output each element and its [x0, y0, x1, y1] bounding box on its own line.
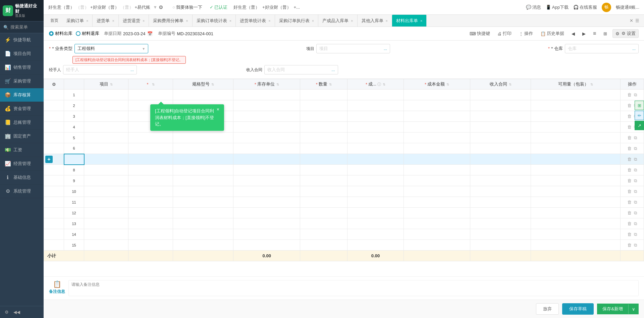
- tab-purchase-order[interactable]: 采购订单 ×: [62, 15, 93, 27]
- save-draft-btn[interactable]: 保存草稿: [562, 303, 594, 315]
- sidebar-item-sales[interactable]: 📊 销售管理: [0, 61, 44, 74]
- income-contract-input[interactable]: 收入合同 ...: [264, 65, 338, 74]
- sidebar-item-inventory[interactable]: 📦 库存核算: [0, 88, 44, 102]
- delete-icon[interactable]: 🗑: [627, 103, 632, 108]
- sidebar-item-assets[interactable]: 🏢 固定资产: [0, 129, 44, 143]
- app-download-btn[interactable]: 📱 App下载: [546, 4, 569, 10]
- cell-income-contract[interactable]: [470, 90, 531, 100]
- tab-close-active[interactable]: ×: [420, 19, 422, 23]
- sidebar-item-shortcut[interactable]: ⚡ 快捷导航: [0, 33, 44, 47]
- calendar-icon[interactable]: 📅: [147, 31, 153, 36]
- th-settings[interactable]: ⚙: [44, 79, 64, 90]
- topbar-link-haoyecai[interactable]: +好业财（普）: [90, 4, 119, 10]
- tab-close[interactable]: ×: [86, 19, 88, 23]
- delete-icon[interactable]: 🗑: [627, 146, 632, 151]
- copy-icon[interactable]: ⧉: [634, 189, 637, 194]
- save-new-arrow-btn[interactable]: ∨: [628, 304, 639, 314]
- tab-incoming[interactable]: 进货单 ×: [93, 15, 118, 27]
- shortcut-btn[interactable]: ⌨ 快捷键: [468, 30, 492, 38]
- delete-icon[interactable]: 🗑: [627, 178, 632, 183]
- cell-material[interactable]: [128, 90, 173, 100]
- cell-cost-amount[interactable]: [404, 90, 470, 100]
- sidebar-item-project[interactable]: 📄 项目合同: [0, 47, 44, 61]
- copy-icon[interactable]: ⧉: [634, 200, 637, 205]
- next-btn[interactable]: ▶: [580, 30, 588, 37]
- copy-icon[interactable]: ⧉: [634, 167, 637, 172]
- user-name[interactable]: 畅捷通8账...: [616, 4, 639, 10]
- warehouse-input[interactable]: 仓库 ...: [565, 44, 639, 53]
- table-settings-icon[interactable]: ⚙: [52, 82, 56, 87]
- business-type-input[interactable]: 工程领料 ▼: [74, 44, 148, 53]
- copy-icon[interactable]: ⧉: [634, 178, 637, 183]
- tab-close[interactable]: ×: [112, 19, 114, 23]
- tab-close[interactable]: ×: [351, 19, 353, 23]
- tab-purchase-stats[interactable]: 采购订单统计表 ×: [193, 15, 236, 27]
- tab-close[interactable]: ×: [268, 19, 270, 23]
- tab-product-stock[interactable]: 产成品入库单 ×: [318, 15, 357, 27]
- cell-project[interactable]: [84, 90, 128, 100]
- tab-purchase-exec[interactable]: 采购订单执行表 ×: [275, 15, 318, 27]
- tab-home[interactable]: 首页: [46, 15, 62, 27]
- save-new-main-btn[interactable]: 保存&新增: [597, 304, 628, 314]
- tab-close[interactable]: ×: [312, 19, 314, 23]
- copy-icon[interactable]: ⧉: [634, 243, 637, 248]
- radio-material-return[interactable]: 材料退库: [76, 31, 99, 37]
- delete-icon[interactable]: 🗑: [627, 157, 632, 162]
- topbar-link-haoshengyi[interactable]: 好生意（普）: [48, 4, 74, 10]
- delete-icon[interactable]: 🗑: [627, 243, 632, 248]
- handler-dots[interactable]: ...: [130, 67, 134, 72]
- copy-icon[interactable]: ⧉: [634, 157, 637, 162]
- copy-icon[interactable]: ⧉: [634, 210, 637, 215]
- tab-incoming-return[interactable]: 进货退货 ×: [119, 15, 149, 27]
- right-panel-icon-1[interactable]: ⊞: [635, 101, 644, 110]
- print-btn[interactable]: 🖨 打印: [495, 30, 514, 38]
- tab-close[interactable]: ×: [386, 19, 388, 23]
- warehouse-dots[interactable]: ...: [632, 46, 636, 51]
- message-btn[interactable]: 💬 消息: [526, 4, 541, 10]
- project-input[interactable]: 项目 ...: [316, 44, 390, 53]
- right-panel-icon-2[interactable]: ✏: [635, 111, 644, 120]
- footer-collapse-icon[interactable]: ◀◀: [13, 310, 20, 315]
- delete-icon[interactable]: 🗑: [627, 92, 632, 97]
- cell-spec[interactable]: [173, 90, 233, 100]
- copy-icon[interactable]: ⧉: [634, 135, 637, 140]
- discard-btn[interactable]: 放弃: [536, 303, 559, 315]
- sidebar-item-ledger[interactable]: 📒 总账管理: [0, 116, 44, 129]
- history-btn[interactable]: 📋 历史单据: [538, 30, 566, 38]
- topbar-link-3[interactable]: +好业财（普）: [262, 4, 291, 10]
- trial-btn[interactable]: ○ 我要体验一下: [172, 4, 202, 10]
- sidebar-item-system[interactable]: ⚙ 系统管理: [0, 184, 44, 198]
- topbar-setting-icon[interactable]: ⚙: [159, 4, 163, 10]
- copy-icon[interactable]: ⧉: [634, 92, 637, 97]
- sidebar-item-purchase[interactable]: 🛒 采购管理: [0, 74, 44, 88]
- delete-icon[interactable]: 🗑: [627, 221, 632, 226]
- tab-close[interactable]: ×: [143, 19, 145, 23]
- active-cell-input[interactable]: [66, 157, 83, 162]
- copy-icon[interactable]: ⧉: [634, 221, 637, 226]
- cell-unit[interactable]: [233, 90, 300, 100]
- tab-material-out[interactable]: 材料出库单 ×: [392, 15, 427, 27]
- delete-icon[interactable]: 🗑: [627, 114, 632, 119]
- copy-icon[interactable]: ⧉: [634, 146, 637, 151]
- delete-icon[interactable]: 🗑: [627, 135, 632, 140]
- tab-close[interactable]: ×: [186, 19, 188, 23]
- grid-view-btn[interactable]: ⊞: [601, 30, 609, 37]
- tab-other-stock[interactable]: 其他入库单 ×: [358, 15, 392, 27]
- sidebar-item-salary[interactable]: 💵 工资: [0, 143, 44, 157]
- tab-close-all[interactable]: ✕: [630, 18, 633, 23]
- user-avatar[interactable]: 畅: [602, 3, 611, 12]
- topbar-link-yidaizhang[interactable]: +易代账: [135, 4, 151, 10]
- topbar-link-more[interactable]: +...: [294, 5, 300, 10]
- tab-purchase-cost[interactable]: 采购费用分摊单 ×: [149, 15, 192, 27]
- settings-btn[interactable]: ⚙ ⚙ 设置: [612, 29, 639, 38]
- add-row-btn[interactable]: +: [45, 156, 53, 163]
- delete-icon[interactable]: 🗑: [627, 200, 632, 205]
- topbar-link-2[interactable]: 好生意（普）: [233, 4, 260, 10]
- operate-btn[interactable]: ⋮ 操作: [517, 30, 535, 38]
- footer-settings-icon[interactable]: ⚙: [5, 310, 9, 315]
- radio-material-out[interactable]: 材料出库: [49, 31, 72, 37]
- cell-qty[interactable]: [300, 90, 347, 100]
- copy-icon[interactable]: ⧉: [634, 232, 637, 237]
- tab-incoming-stats[interactable]: 进货单统计表 ×: [236, 15, 275, 27]
- sidebar-item-finance[interactable]: 💰 资金管理: [0, 102, 44, 116]
